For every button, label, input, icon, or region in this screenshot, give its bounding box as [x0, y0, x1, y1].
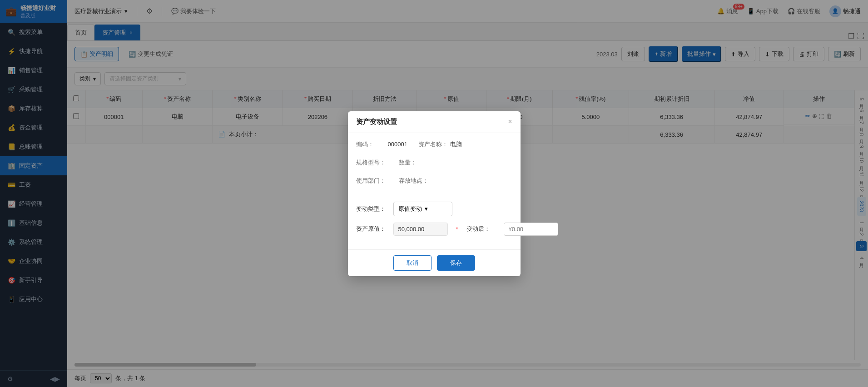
- change-type-label: 变动类型：: [356, 205, 388, 213]
- dialog-footer: 取消 保存: [348, 249, 521, 276]
- dialog-header: 资产变动设置 ×: [348, 111, 521, 133]
- change-type-value: 原值变动: [398, 205, 422, 213]
- dialog-close-button[interactable]: ×: [508, 118, 512, 126]
- original-value-display: 50,000.00: [393, 223, 448, 236]
- code-label: 编码：: [356, 140, 388, 149]
- asset-change-dialog: 资产变动设置 × 编码： 000001 资产名称： 电脑 规格型号：: [348, 111, 521, 276]
- original-value-label: 资产原值：: [356, 225, 388, 233]
- save-button[interactable]: 保存: [437, 255, 475, 271]
- name-field: 资产名称： 电脑: [418, 140, 462, 149]
- dialog-body: 编码： 000001 资产名称： 电脑 规格型号： 数量：: [348, 133, 521, 249]
- name-value: 电脑: [450, 140, 462, 149]
- model-label: 规格型号：: [356, 159, 388, 167]
- required-indicator: *: [456, 226, 458, 233]
- change-type-row: 变动类型： 原值变动 ▾: [356, 202, 512, 216]
- code-field: 编码： 000001: [356, 140, 407, 149]
- value-change-row: 资产原值： 50,000.00 * 变动后：: [356, 223, 512, 236]
- after-change-label: 变动后：: [466, 225, 498, 233]
- dialog-row-3: 使用部门： 存放地点：: [356, 177, 512, 190]
- dialog-title: 资产变动设置: [356, 118, 397, 126]
- dialog-overlay: 资产变动设置 × 编码： 000001 资产名称： 电脑 规格型号：: [0, 0, 868, 387]
- dialog-row-2: 规格型号： 数量：: [356, 159, 512, 172]
- cancel-button[interactable]: 取消: [393, 255, 432, 271]
- department-label: 使用部门：: [356, 177, 388, 185]
- change-type-select[interactable]: 原值变动 ▾: [393, 202, 452, 216]
- dialog-row-1: 编码： 000001 资产名称： 电脑: [356, 140, 512, 154]
- storage-field: 存放地点：: [399, 177, 431, 185]
- code-value: 000001: [388, 141, 407, 148]
- dialog-divider: [356, 196, 512, 196]
- quantity-label: 数量：: [399, 159, 431, 167]
- storage-label: 存放地点：: [399, 177, 431, 185]
- department-field: 使用部门：: [356, 177, 388, 185]
- cancel-label: 取消: [407, 259, 418, 266]
- name-label: 资产名称：: [418, 140, 450, 149]
- change-type-dropdown-icon: ▾: [425, 205, 428, 212]
- save-label: 保存: [450, 259, 462, 266]
- after-change-input[interactable]: [504, 223, 558, 236]
- model-field: 规格型号：: [356, 159, 388, 167]
- quantity-field: 数量：: [399, 159, 431, 167]
